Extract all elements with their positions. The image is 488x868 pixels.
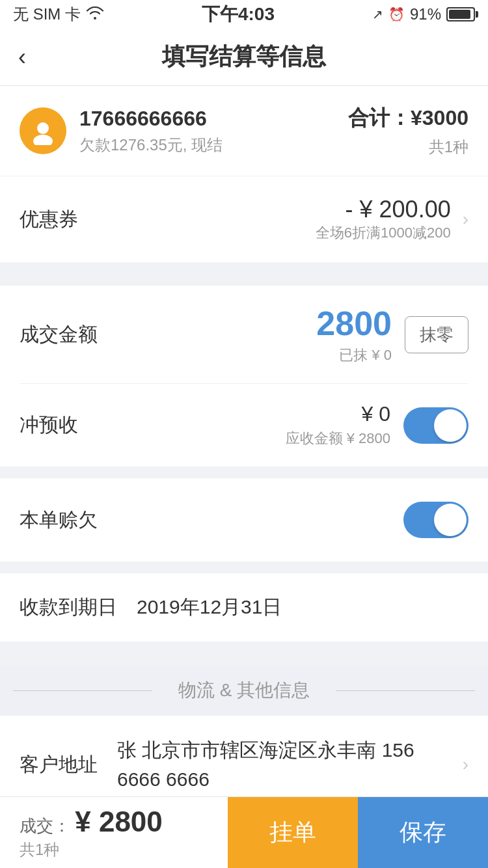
- back-button[interactable]: ‹: [18, 44, 26, 71]
- bottom-total-amount: ¥ 2800: [75, 806, 163, 837]
- save-button[interactable]: 保存: [358, 797, 488, 869]
- coupon-right: - ¥ 200.00 全场6折满1000减200 ›: [316, 196, 468, 243]
- amount-value: 2800: [316, 304, 392, 343]
- total-value: ¥3000: [411, 106, 468, 129]
- alarm-icon: ⏰: [388, 7, 405, 22]
- bottom-count: 共1种: [20, 839, 208, 860]
- due-date-value: 2019年12月31日: [137, 594, 282, 621]
- coupon-sub: 全场6折满1000减200: [316, 223, 451, 243]
- bad-debt-row: 本单赊欠: [0, 478, 488, 562]
- transaction-section: 成交金额 2800 已抹 ¥ 0 抹零 冲预收 ¥ 0 应收金额 ¥ 2800: [0, 286, 488, 467]
- charge-col: ¥ 0 应收金额 ¥ 2800: [286, 402, 390, 448]
- charge-right: ¥ 0 应收金额 ¥ 2800: [286, 402, 468, 448]
- user-phone: 17666666666: [79, 107, 348, 131]
- charge-sub: 应收金额 ¥ 2800: [286, 429, 390, 448]
- status-time: 下午4:03: [202, 2, 275, 27]
- battery-icon: [446, 7, 475, 21]
- amount-sub: 已抹 ¥ 0: [316, 346, 392, 365]
- bottom-bar: 成交： ¥ 2800 共1种 挂单 保存: [0, 796, 488, 868]
- logistics-line-left: [13, 690, 152, 691]
- svg-point-1: [33, 135, 53, 145]
- logistics-line-right: [336, 690, 475, 691]
- amount-right: 2800 已抹 ¥ 0 抹零: [316, 304, 468, 365]
- wifi-icon: [86, 5, 104, 23]
- battery-fill: [449, 10, 470, 19]
- coupon-value-col: - ¥ 200.00 全场6折满1000减200: [316, 196, 451, 243]
- content: 17666666666 欠款1276.35元, 现结 合计：¥3000 共1种 …: [0, 86, 488, 868]
- coupon-row[interactable]: 优惠券 - ¥ 200.00 全场6折满1000减200 ›: [0, 176, 488, 262]
- gray-divider-1: [0, 274, 488, 286]
- location-icon: ↗: [372, 7, 383, 22]
- logistics-header: 物流 & 其他信息: [0, 665, 488, 716]
- bad-debt-toggle-knob: [434, 504, 467, 536]
- total-label: 合计：: [348, 106, 411, 129]
- due-date-label: 收款到期日: [20, 594, 117, 621]
- avatar: [20, 107, 66, 154]
- address-chevron-icon: ›: [463, 754, 468, 775]
- user-sub-text: 欠款1276.35元, 现结: [79, 135, 348, 156]
- charge-row: 冲预收 ¥ 0 应收金额 ¥ 2800: [20, 384, 468, 467]
- amount-value-col: 2800 已抹 ¥ 0: [316, 304, 392, 365]
- nav-bar: ‹ 填写结算等信息: [0, 29, 488, 86]
- coupon-label: 优惠券: [20, 206, 78, 233]
- round-zero-button[interactable]: 抹零: [405, 316, 468, 353]
- amount-row: 成交金额 2800 已抹 ¥ 0 抹零: [20, 286, 468, 384]
- svg-point-0: [37, 122, 49, 134]
- page-title: 填写结算等信息: [162, 41, 326, 73]
- total-count: 共1种: [348, 137, 468, 157]
- battery-percent: 91%: [410, 5, 441, 23]
- due-date-row: 收款到期日 2019年12月31日: [0, 573, 488, 642]
- user-card-section: 17666666666 欠款1276.35元, 现结 合计：¥3000 共1种 …: [0, 86, 488, 262]
- charge-label: 冲预收: [20, 412, 78, 439]
- amount-label: 成交金额: [20, 321, 98, 348]
- user-info: 17666666666 欠款1276.35元, 现结: [79, 107, 348, 156]
- toggle-knob: [434, 409, 467, 442]
- user-total: 合计：¥3000 共1种: [348, 104, 468, 157]
- logistics-text: 物流 & 其他信息: [178, 678, 310, 703]
- due-date-section: 收款到期日 2019年12月31日: [0, 573, 488, 642]
- gray-divider-3: [0, 653, 488, 665]
- address-label: 客户地址: [20, 752, 98, 778]
- bad-debt-toggle[interactable]: [403, 502, 468, 538]
- bottom-summary: 成交： ¥ 2800 共1种: [0, 806, 228, 860]
- hold-button[interactable]: 挂单: [228, 797, 358, 869]
- total-amount: 合计：¥3000: [348, 104, 468, 133]
- bad-debt-label: 本单赊欠: [20, 507, 98, 534]
- coupon-chevron-icon: ›: [463, 209, 468, 230]
- coupon-amount: - ¥ 200.00: [316, 196, 451, 223]
- bottom-total-label: 成交：: [20, 816, 70, 835]
- user-row: 17666666666 欠款1276.35元, 现结 合计：¥3000 共1种: [0, 86, 488, 176]
- address-value: 张 北京市市辖区海淀区永丰南 156 6666 6666: [117, 735, 457, 794]
- charge-amount: ¥ 0: [286, 402, 390, 426]
- status-right: ↗ ⏰ 91%: [372, 5, 475, 23]
- status-bar: 无 SIM 卡 下午4:03 ↗ ⏰ 91%: [0, 0, 488, 29]
- carrier-label: 无 SIM 卡: [13, 4, 81, 25]
- charge-toggle[interactable]: [403, 407, 468, 444]
- status-left: 无 SIM 卡: [13, 4, 104, 25]
- gray-divider-2: [0, 467, 488, 478]
- bad-debt-section: 本单赊欠: [0, 478, 488, 562]
